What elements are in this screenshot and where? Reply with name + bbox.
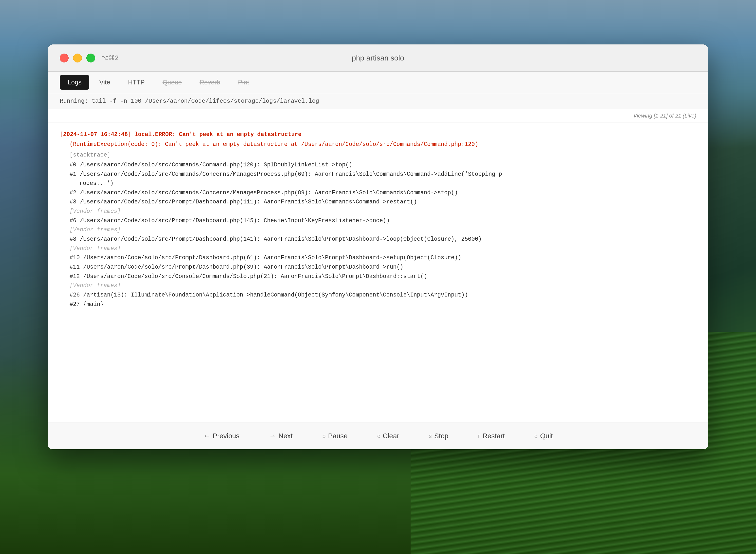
log-stacktrace-label: [stacktrace] <box>60 151 696 160</box>
log-line-26: #26 /artisan(13): Illuminate\Foundation\… <box>60 291 696 300</box>
log-vendor-frames-3: [Vendor frames] <box>60 244 696 253</box>
next-label: Next <box>278 432 293 440</box>
previous-arrow-icon: ← <box>203 432 210 440</box>
log-line-12: #12 /Users/aaron/Code/solo/src/Console/C… <box>60 272 696 281</box>
tab-vite[interactable]: Vite <box>91 75 118 90</box>
log-error-trace: (RuntimeException(code: 0): Can't peek a… <box>60 140 696 149</box>
stop-key-hint: s <box>429 433 432 439</box>
log-line-0: #0 /Users/aaron/Code/solo/src/Commands/C… <box>60 161 696 170</box>
log-vendor-frames-1: [Vendor frames] <box>60 207 696 216</box>
maximize-button[interactable] <box>86 54 95 62</box>
log-line-3: #3 /Users/aaron/Code/solo/src/Prompt/Das… <box>60 198 696 207</box>
next-button[interactable]: → Next <box>260 428 302 444</box>
quit-button[interactable]: q Quit <box>525 428 562 444</box>
restart-key-hint: r <box>478 433 480 439</box>
viewing-info-bar: Viewing [1-21] of 21 (Live) <box>48 109 708 122</box>
restart-label: Restart <box>482 432 505 440</box>
log-line-27: #27 {main} <box>60 300 696 309</box>
running-command-bar: Running: tail -f -n 100 /Users/aaron/Cod… <box>48 93 708 109</box>
log-vendor-frames-2: [Vendor frames] <box>60 226 696 234</box>
log-line-1: #1 /Users/aaron/Code/solo/src/Commands/C… <box>60 170 696 179</box>
bottom-toolbar: ← Previous → Next p Pause c Clear s Stop… <box>48 422 708 449</box>
close-button[interactable] <box>60 54 69 62</box>
log-line-10: #10 /Users/aaron/Code/solo/src/Prompt/Da… <box>60 254 696 263</box>
quit-label: Quit <box>540 432 553 440</box>
clear-button[interactable]: c Clear <box>368 428 408 444</box>
tab-reverb[interactable]: Reverb <box>192 75 228 90</box>
stop-button[interactable]: s Stop <box>420 428 457 444</box>
next-arrow-icon: → <box>269 432 276 440</box>
pause-label: Pause <box>328 432 348 440</box>
stop-label: Stop <box>434 432 449 440</box>
viewing-info-text: Viewing [1-21] of 21 (Live) <box>633 113 696 119</box>
log-line-2: #2 /Users/aaron/Code/solo/src/Commands/C… <box>60 188 696 198</box>
log-line-6: #6 /Users/aaron/Code/solo/src/Prompt/Das… <box>60 217 696 225</box>
minimize-button[interactable] <box>73 54 82 62</box>
clear-label: Clear <box>383 432 399 440</box>
log-line-11: #11 /Users/aaron/Code/solo/src/Prompt/Da… <box>60 263 696 272</box>
clear-key-hint: c <box>377 433 380 439</box>
previous-button[interactable]: ← Previous <box>194 428 248 444</box>
tab-queue[interactable]: Queue <box>155 75 190 90</box>
log-vendor-frames-4: [Vendor frames] <box>60 281 696 290</box>
previous-label: Previous <box>213 432 240 440</box>
window-shortcut: ⌥⌘2 <box>101 54 118 62</box>
tabs-bar: Logs Vite HTTP Queue Reverb Pint <box>48 71 708 93</box>
pause-key-hint: p <box>322 433 325 439</box>
titlebar: ⌥⌘2 php artisan solo <box>48 45 708 71</box>
app-window: ⌥⌘2 php artisan solo Logs Vite HTTP Queu… <box>48 45 708 449</box>
tab-pint[interactable]: Pint <box>230 75 257 90</box>
log-error-header: [2024-11-07 16:42:48] local.ERROR: Can't… <box>60 130 696 139</box>
tab-logs[interactable]: Logs <box>60 75 89 90</box>
running-command-text: Running: tail -f -n 100 /Users/aaron/Cod… <box>60 98 319 104</box>
restart-button[interactable]: r Restart <box>469 428 513 444</box>
log-line-8: #8 /Users/aaron/Code/solo/src/Prompt/Das… <box>60 235 696 244</box>
quit-key-hint: q <box>534 433 538 439</box>
pause-button[interactable]: p Pause <box>313 428 357 444</box>
traffic-lights <box>60 54 95 62</box>
window-title: php artisan solo <box>352 54 404 62</box>
log-line-1b: roces...') <box>60 179 696 188</box>
log-content-area: [2024-11-07 16:42:48] local.ERROR: Can't… <box>48 122 708 422</box>
tab-http[interactable]: HTTP <box>120 75 153 90</box>
